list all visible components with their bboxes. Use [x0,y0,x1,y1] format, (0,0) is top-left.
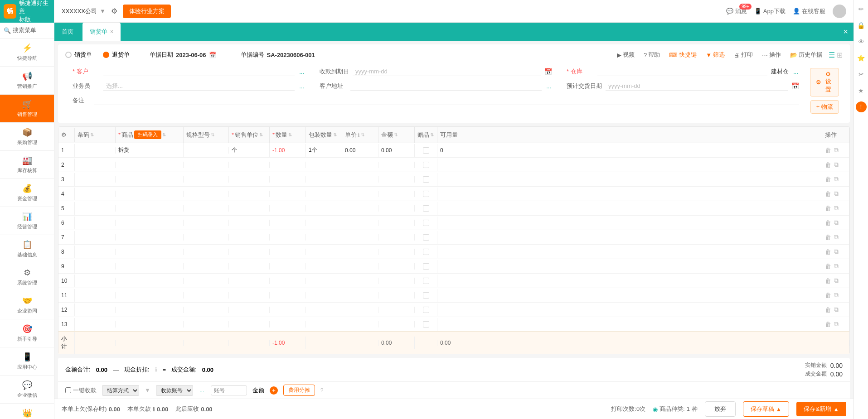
sidebar-item-operation[interactable]: 📊 经营管理 [0,207,54,235]
td-product[interactable] [116,263,184,270]
td-unit[interactable] [229,234,270,241]
td-amount[interactable] [378,321,415,327]
delete-icon[interactable]: 🗑 [825,176,831,183]
account-ellipsis[interactable]: ... [199,387,205,394]
one-key-pay[interactable]: 一键收款 [65,386,97,395]
td-gift[interactable] [415,144,437,157]
td-barcode[interactable] [75,220,116,226]
right-panel-btn-2[interactable]: 🔒 [856,20,867,31]
copy-icon[interactable]: ⧉ [834,306,839,313]
td-spec[interactable] [184,205,229,212]
copy-icon[interactable]: ⧉ [834,204,839,212]
delete-icon[interactable]: 🗑 [825,234,831,241]
copy-icon[interactable]: ⧉ [834,262,839,270]
customer-input[interactable] [103,67,295,76]
td-spec[interactable] [184,176,229,183]
sort-icon[interactable]: ⇅ [394,132,398,137]
td-spec[interactable] [184,147,229,154]
td-spec[interactable] [184,162,229,168]
td-pkgqty[interactable] [306,249,342,255]
td-barcode[interactable] [75,162,116,168]
logistics-button[interactable]: + 物流 [810,100,839,114]
copy-icon[interactable]: ⧉ [834,161,839,169]
trial-button[interactable]: 体验行业方案 [123,5,171,18]
add-payment-button[interactable]: + [270,386,278,395]
setup-button[interactable]: ⚙ ⚙ 设置 [810,68,839,96]
td-barcode[interactable] [75,176,116,183]
copy-icon[interactable]: ⧉ [834,248,839,255]
delete-icon[interactable]: 🗑 [825,190,831,197]
copy-icon[interactable]: ⧉ [834,146,839,154]
discount-help-icon[interactable]: ℹ [155,366,157,373]
td-unit[interactable] [229,176,270,183]
td-gift[interactable] [415,231,437,244]
td-product[interactable] [116,278,184,284]
date-value[interactable]: 2023-06-06 [176,52,206,58]
account-select[interactable]: 收款账号 [156,385,193,396]
sort-icon[interactable]: ⇅ [162,132,166,137]
sidebar-item-sales[interactable]: 🛒 销售管理 [0,95,54,123]
salesperson-ellipsis[interactable]: ... [298,83,305,90]
th-settings[interactable]: ⚙ [58,128,75,142]
hotkey-btn[interactable]: ⌨ 快捷键 [666,50,699,60]
topbar-gear-icon[interactable]: ⚙ [111,7,117,15]
td-pkgqty[interactable] [306,191,342,197]
history-btn[interactable]: 📂 历史单据 [787,50,825,60]
expected-calendar-icon[interactable]: 📅 [791,82,799,90]
delete-icon[interactable]: 🗑 [825,219,831,226]
td-spec[interactable] [184,321,229,327]
right-panel-btn-1[interactable]: ✏ [856,4,867,14]
td-gift[interactable] [415,318,437,331]
calc-method-select[interactable]: 结算方式 [102,385,139,396]
td-gift[interactable] [415,202,437,215]
td-price[interactable] [342,249,378,255]
td-barcode[interactable] [75,205,116,212]
td-product[interactable] [116,292,184,299]
delete-icon[interactable]: 🗑 [825,306,831,313]
expense-button[interactable]: 费用分摊 [283,385,315,396]
td-price[interactable] [342,191,378,197]
sidebar-item-inventory[interactable]: 🏭 库存核算 [0,151,54,179]
save-draft-button[interactable]: 保存草稿 ▲ [743,401,790,417]
grid-view-icon[interactable]: ⊞ [837,51,843,59]
td-barcode[interactable] [75,278,116,284]
sort-icon[interactable]: ⇅ [90,132,94,137]
user-avatar[interactable] [833,5,846,18]
sidebar-item-finance[interactable]: 💰 资金管理 [0,179,54,207]
print-btn[interactable]: 🖨 打印 [731,50,756,60]
td-pkgqty[interactable] [306,205,342,212]
save-new-button[interactable]: 保存&新增 ▲ [796,402,846,416]
td-amount[interactable] [378,191,415,197]
td-amount[interactable] [378,263,415,270]
td-gift[interactable] [415,260,437,273]
td-pkgqty[interactable] [306,321,342,327]
credit-icon[interactable]: ℹ [153,406,155,413]
td-product[interactable]: 拆货 [116,143,184,157]
td-price[interactable] [342,321,378,327]
td-product[interactable] [116,220,184,226]
td-price[interactable] [342,263,378,270]
delete-icon[interactable]: 🗑 [825,277,831,284]
td-unit[interactable] [229,321,270,327]
search-menu[interactable]: 🔍 搜索菜单 [0,23,54,39]
tab-sales-order[interactable]: 销货单 × [82,23,121,41]
td-qty[interactable] [270,249,306,255]
td-amount[interactable] [378,162,415,168]
delete-icon[interactable]: 🗑 [825,205,831,212]
td-qty[interactable] [270,307,306,313]
td-spec[interactable] [184,234,229,241]
td-pkgqty[interactable] [306,292,342,299]
sidebar-item-purchase[interactable]: 📦 采购管理 [0,123,54,151]
td-price[interactable] [342,278,378,284]
tab-home[interactable]: 首页 [54,23,81,41]
td-product[interactable] [116,191,184,197]
td-barcode[interactable] [75,307,116,313]
td-spec[interactable] [184,307,229,313]
td-unit[interactable] [229,278,270,284]
td-barcode[interactable] [75,321,116,327]
td-qty[interactable] [270,321,306,327]
right-panel-btn-4[interactable]: ⭐ [856,53,867,63]
td-unit[interactable] [229,263,270,270]
sort-icon[interactable]: ⇅ [211,132,214,137]
account-input[interactable] [211,385,247,395]
